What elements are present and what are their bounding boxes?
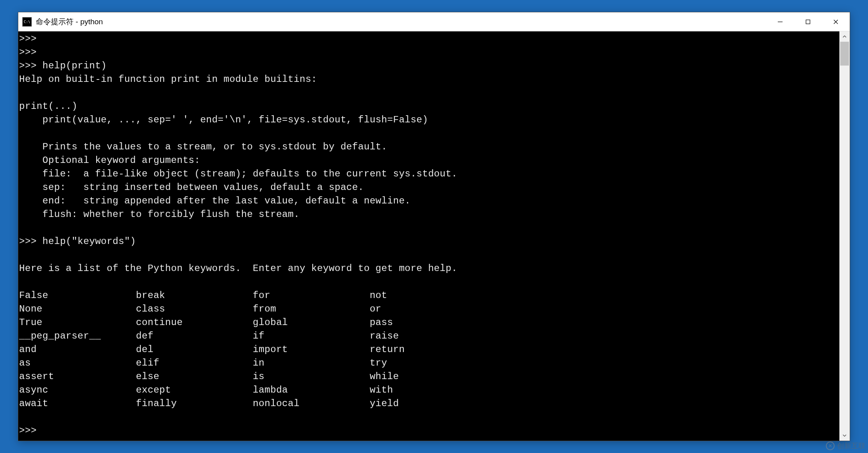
maximize-button[interactable] (794, 12, 822, 31)
window-controls (766, 12, 850, 31)
vertical-scrollbar[interactable] (839, 31, 850, 441)
watermark: ✕ 创新互联 (826, 441, 866, 451)
terminal-area: >>> >>> >>> help(print) Help on built-in… (18, 31, 850, 441)
minimize-button[interactable] (766, 12, 794, 31)
maximize-icon (805, 19, 811, 25)
close-button[interactable] (822, 12, 850, 31)
chevron-up-icon (843, 35, 847, 39)
minimize-icon (777, 19, 783, 25)
svg-rect-1 (806, 20, 810, 24)
titlebar[interactable]: C:\ 命令提示符 - python (18, 12, 850, 31)
watermark-icon: ✕ (826, 441, 835, 450)
cmd-icon: C:\ (22, 17, 32, 27)
scroll-track[interactable] (839, 42, 850, 430)
watermark-text: 创新互联 (837, 441, 866, 451)
close-icon (833, 19, 839, 25)
command-prompt-window: C:\ 命令提示符 - python >>> >>> >>> help(prin… (18, 12, 850, 441)
scroll-up-button[interactable] (839, 31, 850, 42)
terminal-output[interactable]: >>> >>> >>> help(print) Help on built-in… (18, 31, 839, 441)
scroll-down-button[interactable] (839, 430, 850, 441)
chevron-down-icon (843, 434, 847, 438)
window-title: 命令提示符 - python (36, 17, 766, 27)
scroll-thumb[interactable] (840, 42, 849, 66)
